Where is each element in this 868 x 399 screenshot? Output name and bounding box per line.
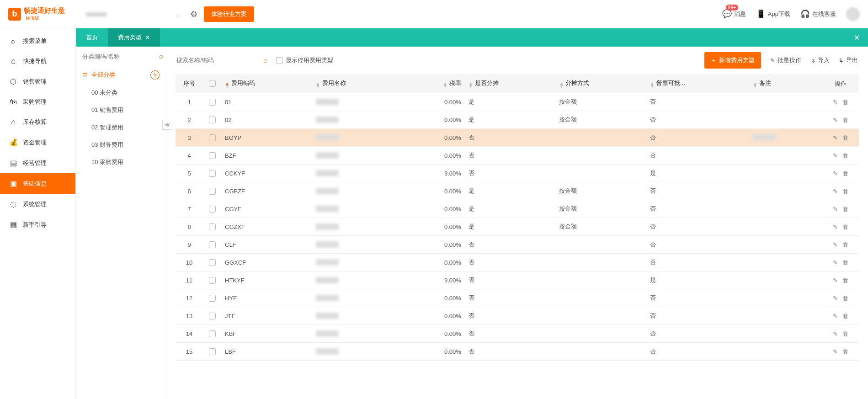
delete-icon[interactable]: 🗑 xyxy=(842,99,848,106)
delete-icon[interactable]: 🗑 xyxy=(842,277,848,284)
table-row[interactable]: 14KBFxxx0.00%否否✎🗑 xyxy=(176,325,859,343)
sidebar-item[interactable]: ◌系统管理 xyxy=(0,194,75,214)
edit-icon[interactable]: ✎ xyxy=(833,277,838,284)
delete-icon[interactable]: 🗑 xyxy=(842,117,848,123)
category-item[interactable]: 00 未分类 xyxy=(76,84,166,101)
delete-icon[interactable]: 🗑 xyxy=(842,241,848,248)
table-row[interactable]: 15LBFxxx0.00%否否✎🗑 xyxy=(176,343,859,361)
show-disabled-checkbox[interactable]: 显示停用费用类型 xyxy=(276,56,333,64)
col-rate[interactable]: ▲▼税率 xyxy=(403,74,465,93)
close-icon[interactable]: ✕ xyxy=(145,34,150,41)
app-download-link[interactable]: 📱 App下载 xyxy=(756,9,790,19)
menu-icon: 🛍 xyxy=(9,98,17,106)
collapse-panel-button[interactable]: ≪ xyxy=(162,120,172,130)
delete-icon[interactable]: 🗑 xyxy=(842,313,848,319)
messages-link[interactable]: 99+ 💬 消息 xyxy=(722,9,746,19)
avatar[interactable] xyxy=(846,7,860,21)
table-search-input[interactable] xyxy=(176,57,263,64)
category-item[interactable]: 01 销售费用 xyxy=(76,101,166,119)
table-row[interactable]: 4BZFxxx0.00%否否✎🗑 xyxy=(176,147,859,165)
table-row[interactable]: 6CGBZFxxx0.00%是按金额否✎🗑 xyxy=(176,182,859,200)
gear-icon[interactable]: ⚙ xyxy=(190,9,197,19)
col-method[interactable]: ▲▼分摊方式 xyxy=(555,74,646,93)
table-row[interactable]: 7CGYFxxx0.00%是按金额否✎🗑 xyxy=(176,200,859,218)
table-row[interactable]: 101xxx0.00%是按金额否✎🗑 xyxy=(176,93,859,111)
col-share[interactable]: ▲▼是否分摊 xyxy=(465,74,556,93)
category-item[interactable]: 20 采购费用 xyxy=(76,154,166,171)
edit-icon[interactable]: ✎ xyxy=(833,170,838,177)
delete-icon[interactable]: 🗑 xyxy=(842,330,848,337)
menu-icon: ◌ xyxy=(9,200,17,208)
table-row[interactable]: 12HYFxxx0.00%否否✎🗑 xyxy=(176,289,859,307)
table-row[interactable]: 8CGZXFxxx0.00%是按金额否✎🗑 xyxy=(176,218,859,236)
category-item[interactable]: 02 管理费用 xyxy=(76,119,166,136)
delete-icon[interactable]: 🗑 xyxy=(842,348,848,355)
import-link[interactable]: ↴ 导入 xyxy=(810,56,830,64)
edit-icon[interactable]: ✎ xyxy=(833,188,838,195)
delete-icon[interactable]: 🗑 xyxy=(842,223,848,230)
sidebar-item[interactable]: 💰资金管理 xyxy=(0,132,75,153)
table-row[interactable]: 202xxx0.00%是按金额否✎🗑 xyxy=(176,111,859,129)
table-row[interactable]: 10GGXCFxxx0.00%否否✎🗑 xyxy=(176,254,859,271)
sidebar-item[interactable]: ⌂快捷导航 xyxy=(0,51,75,71)
search-icon[interactable]: ⌕ xyxy=(263,56,268,64)
edit-icon[interactable]: ✎ xyxy=(833,259,838,266)
col-remark[interactable]: ▲▼备注 xyxy=(749,74,822,93)
trial-button[interactable]: 体验行业方案 xyxy=(204,6,254,22)
checkbox-icon xyxy=(209,99,216,106)
delete-icon[interactable]: 🗑 xyxy=(842,259,848,266)
search-icon[interactable]: ⌕ xyxy=(159,52,164,60)
col-code[interactable]: ▲▼费用编码 xyxy=(221,74,312,93)
support-link[interactable]: 🎧 在线客服 xyxy=(800,9,836,19)
edit-icon[interactable]: ✎ xyxy=(833,99,838,106)
col-index[interactable]: 序号 xyxy=(176,74,203,93)
company-selector[interactable]: xxxxxxx⌄ xyxy=(86,11,181,18)
category-search-input[interactable] xyxy=(82,53,159,60)
delete-icon[interactable]: 🗑 xyxy=(842,170,848,177)
delete-icon[interactable]: 🗑 xyxy=(842,206,848,213)
edit-icon[interactable]: ✎ xyxy=(833,330,838,337)
edit-icon[interactable]: ✎ xyxy=(833,223,838,230)
edit-icon[interactable]: ✎ xyxy=(833,313,838,319)
tab-home[interactable]: 首页 xyxy=(76,28,108,47)
checkbox-icon xyxy=(209,277,216,284)
delete-icon[interactable]: 🗑 xyxy=(842,134,848,141)
table-row[interactable]: 5CCKYFxxx3.00%否是✎🗑 xyxy=(176,165,859,182)
sidebar-item[interactable]: ▤经营管理 xyxy=(0,153,75,173)
brand-sub: 标准版 xyxy=(26,15,65,21)
batch-action-link[interactable]: ✎ 批量操作 xyxy=(770,56,801,64)
edit-icon[interactable]: ✎ xyxy=(833,117,838,123)
sidebar-item[interactable]: ⬡销售管理 xyxy=(0,71,75,92)
close-all-tabs[interactable]: ✕ xyxy=(846,33,868,42)
col-check[interactable] xyxy=(203,74,221,93)
table-row[interactable]: 11HTKYFxxx9.00%否是✎🗑 xyxy=(176,271,859,289)
edit-icon[interactable]: ✎ xyxy=(150,70,160,80)
sidebar-item[interactable]: ⌂库存核算 xyxy=(0,112,75,132)
edit-icon[interactable]: ✎ xyxy=(833,295,838,302)
edit-icon[interactable]: ✎ xyxy=(833,206,838,213)
menu-icon: 💰 xyxy=(9,138,17,147)
export-link[interactable]: ↳ 导出 xyxy=(839,56,858,64)
edit-icon[interactable]: ✎ xyxy=(833,134,838,141)
delete-icon[interactable]: 🗑 xyxy=(842,152,848,159)
table-row[interactable]: 3BGYP用品费0.00%否否备注✎🗑 xyxy=(176,129,859,147)
tab-expense-type[interactable]: 费用类型 ✕ xyxy=(108,28,160,47)
sidebar-item[interactable]: ▣基础信息 xyxy=(0,173,75,194)
edit-icon[interactable]: ✎ xyxy=(833,152,838,159)
menu-icon: ⌂ xyxy=(9,118,17,126)
add-expense-button[interactable]: ＋ 新增费用类型 xyxy=(704,52,761,69)
sidebar-item[interactable]: 🛍采购管理 xyxy=(0,92,75,112)
table-row[interactable]: 13JTFxxx0.00%否否✎🗑 xyxy=(176,307,859,325)
col-deduct[interactable]: ▲▼普票可抵... xyxy=(646,74,749,93)
checkbox-icon xyxy=(209,152,216,159)
table-row[interactable]: 9CLFxxx0.00%否否✎🗑 xyxy=(176,236,859,254)
edit-icon[interactable]: ✎ xyxy=(833,241,838,248)
delete-icon[interactable]: 🗑 xyxy=(842,188,848,195)
sidebar-item[interactable]: ⌕搜索菜单 xyxy=(0,31,75,51)
edit-icon[interactable]: ✎ xyxy=(833,348,838,355)
col-name[interactable]: ▲▼费用名称 xyxy=(312,74,403,93)
sidebar-item[interactable]: ▦新手引导 xyxy=(0,214,75,235)
category-item[interactable]: 03 财务费用 xyxy=(76,136,166,154)
delete-icon[interactable]: 🗑 xyxy=(842,295,848,302)
category-root[interactable]: ☰ 全部分类 ✎ xyxy=(76,66,166,84)
